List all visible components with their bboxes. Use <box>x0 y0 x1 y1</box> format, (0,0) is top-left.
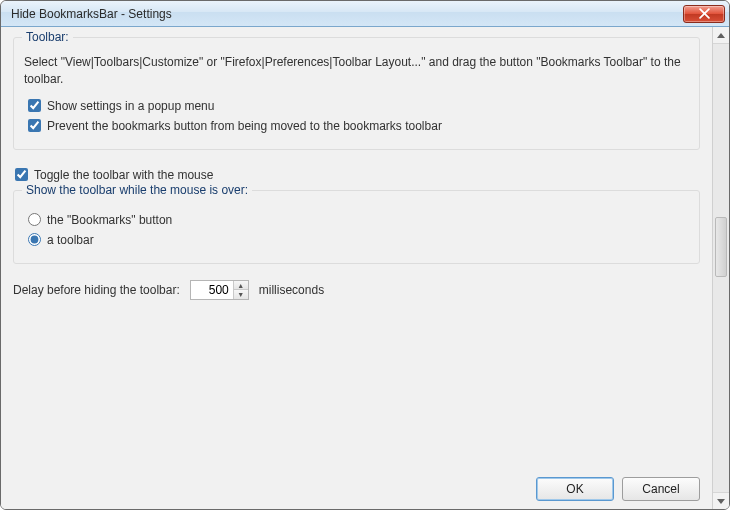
radio-a-toolbar[interactable] <box>28 233 41 246</box>
toolbar-group-legend: Toolbar: <box>22 30 73 44</box>
ok-button[interactable]: OK <box>536 477 614 501</box>
show-popup-row: Show settings in a popup menu <box>28 99 689 113</box>
dialog-footer: OK Cancel <box>13 467 700 501</box>
toolbar-description: Select "View|Toolbars|Customize" or "Fir… <box>24 54 689 89</box>
scroll-thumb[interactable] <box>715 217 727 277</box>
prevent-move-label: Prevent the bookmarks button from being … <box>47 119 442 133</box>
chevron-up-icon: ▲ <box>237 282 244 289</box>
radio-bookmarks-button[interactable] <box>28 213 41 226</box>
toggle-mouse-label: Toggle the toolbar with the mouse <box>34 168 213 182</box>
radio-toolbar-row: a toolbar <box>28 233 689 247</box>
content-pane: Toolbar: Select "View|Toolbars|Customize… <box>1 27 712 509</box>
prevent-move-checkbox[interactable] <box>28 119 41 132</box>
show-popup-label: Show settings in a popup menu <box>47 99 214 113</box>
title-bar[interactable]: Hide BookmarksBar - Settings <box>1 1 729 27</box>
delay-unit: milliseconds <box>259 283 324 297</box>
toolbar-groupbox: Toolbar: Select "View|Toolbars|Customize… <box>13 37 700 150</box>
scroll-up-button[interactable] <box>713 27 729 44</box>
close-button[interactable] <box>683 5 725 23</box>
mouse-over-legend: Show the toolbar while the mouse is over… <box>22 183 252 197</box>
radio-bookmarks-label: the "Bookmarks" button <box>47 213 172 227</box>
close-icon <box>699 8 710 19</box>
cancel-button[interactable]: Cancel <box>622 477 700 501</box>
prevent-move-row: Prevent the bookmarks button from being … <box>28 119 689 133</box>
delay-row: Delay before hiding the toolbar: ▲ ▼ mil… <box>13 280 700 300</box>
radio-bookmarks-row: the "Bookmarks" button <box>28 213 689 227</box>
chevron-up-icon <box>717 33 725 38</box>
vertical-scrollbar[interactable] <box>712 27 729 509</box>
spinner-up-button[interactable]: ▲ <box>234 281 248 291</box>
radio-toolbar-label: a toolbar <box>47 233 94 247</box>
delay-label: Delay before hiding the toolbar: <box>13 283 180 297</box>
client-area: Toolbar: Select "View|Toolbars|Customize… <box>1 27 729 509</box>
chevron-down-icon: ▼ <box>237 291 244 298</box>
scroll-down-button[interactable] <box>713 492 729 509</box>
window-title: Hide BookmarksBar - Settings <box>11 7 683 21</box>
toggle-mouse-checkbox[interactable] <box>15 168 28 181</box>
toggle-mouse-row: Toggle the toolbar with the mouse <box>15 168 700 182</box>
chevron-down-icon <box>717 499 725 504</box>
delay-input[interactable] <box>191 281 233 299</box>
delay-spinner: ▲ ▼ <box>190 280 249 300</box>
mouse-over-groupbox: Show the toolbar while the mouse is over… <box>13 190 700 264</box>
spinner-down-button[interactable]: ▼ <box>234 290 248 299</box>
show-popup-checkbox[interactable] <box>28 99 41 112</box>
